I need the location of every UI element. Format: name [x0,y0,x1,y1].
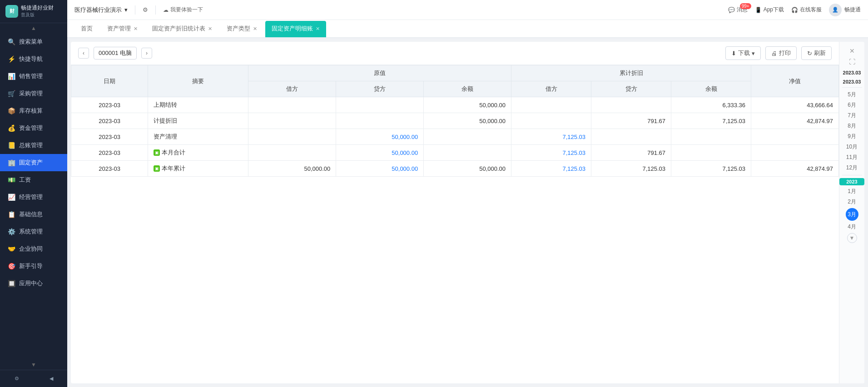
tab-depreciation-close[interactable]: ✕ [208,26,212,32]
cell-date-4: 2023-03 [71,161,148,177]
asset-code: 000001 电脑 [99,50,132,56]
panel-year-top2: 2023.03 [843,79,861,84]
panel-month-6[interactable]: 6月 [839,100,864,110]
sidebar-icon-basic: 📋 [7,211,15,218]
sidebar-item-quicknav[interactable]: ⚡ 快捷导航 [0,50,67,68]
company-name: 医疗器械行业演示 [74,6,122,14]
cell-net-value-4: 42,874.97 [751,161,839,177]
panel-down-btn[interactable]: ▼ [847,233,857,243]
online-service-btn[interactable]: 🎧 在线客服 [791,6,822,14]
panel-month-9[interactable]: 9月 [839,131,864,142]
topbar-divider2 [155,5,156,15]
sidebar-icon-salary: 💵 [7,176,15,184]
sidebar-label-basic: 基础信息 [19,210,43,218]
col-orig-balance: 余额 [424,81,511,97]
sidebar-scroll-up[interactable]: ▲ [0,23,67,33]
gear-icon: ⚙ [143,6,148,13]
cell-summary-2: 资产清理 [148,129,248,145]
messages-btn[interactable]: 💬 消息 99+ [728,6,748,14]
sidebar-icon-guide: 🎯 [7,263,15,270]
sidebar-item-system[interactable]: ⚙️ 系统管理 [0,223,67,240]
cell-dep-debit-4: 7,125.03 [511,161,591,177]
sidebar-item-basic[interactable]: 📋 基础信息 [0,206,67,223]
cell-summary-1: 计提折旧 [148,113,248,129]
tab-asset-detail-close[interactable]: ✕ [316,26,320,32]
panel-month-11[interactable]: 11月 [839,152,864,163]
table-row: 2023-03 ▣本年累计 50,000.00 50,000.00 50,000… [71,161,839,177]
app-download-btn[interactable]: 📱 App下载 [755,6,784,14]
tab-assets-label: 资产管理 [107,25,131,33]
sidebar-item-salary[interactable]: 💵 工资 [0,171,67,189]
service-icon: 🎧 [791,7,798,13]
sidebar-item-enterprise[interactable]: 🤝 企业协同 [0,240,67,258]
col-orig-debit: 借方 [248,81,336,97]
tab-asset-type-close[interactable]: ✕ [253,26,257,32]
tab-home-label: 首页 [81,25,93,33]
panel-divider2 [842,175,862,175]
panel-month-1[interactable]: 1月 [839,186,864,197]
download-btn[interactable]: ⬇ 下载 ▾ [725,46,761,60]
settings-btn[interactable]: ⚙ [143,6,148,13]
tab-assets-close[interactable]: ✕ [134,26,138,32]
collapse-icon[interactable]: ◀ [46,374,57,383]
print-btn[interactable]: 🖨 打印 [765,46,797,60]
data-table: 日期 摘要 原值 累计折旧 净值 借方 贷方 余额 借方 贷方 余额 [71,65,839,383]
col-accum-depr: 累计折旧 [511,65,751,81]
sidebar-item-operation[interactable]: 📈 经营管理 [0,189,67,206]
table-row: 2023-03 计提折旧 50,000.00 791.67 7,125.03 4… [71,113,839,129]
panel-month-10[interactable]: 10月 [839,142,864,152]
asset-code-tag: 000001 电脑 [94,47,137,60]
prev-asset-btn[interactable]: ‹ [78,48,89,59]
user-menu[interactable]: 👤 畅捷通 [829,4,861,16]
username-label: 畅捷通 [844,6,861,14]
tab-assets[interactable]: 资产管理 ✕ [101,21,144,37]
refresh-btn[interactable]: ↻ 刷新 [801,46,832,60]
company-selector[interactable]: 医疗器械行业演示 ▾ [74,6,128,14]
panel-year-2023[interactable]: 2023 [839,178,864,185]
messages-badge: 99+ [740,3,751,9]
sidebar-item-search[interactable]: 🔍 搜索菜单 [0,33,67,50]
refresh-icon: ↻ [807,50,812,57]
sidebar-item-purchase[interactable]: 🛒 采购管理 [0,85,67,102]
panel-month-5[interactable]: 5月 [839,89,864,100]
sidebar-icon-quicknav: ⚡ [7,55,15,63]
sidebar-item-inventory[interactable]: 📦 库存核算 [0,102,67,119]
cell-orig-credit-3: 50,000.00 [336,145,424,161]
sidebar-icon-enterprise: 🤝 [7,245,15,253]
col-orig-credit: 贷方 [336,81,424,97]
panel-close-btn[interactable]: ✕ [848,45,857,56]
cell-net-value-2 [751,129,839,145]
sidebar-scroll-down[interactable]: ▼ [0,360,67,370]
next-asset-btn[interactable]: › [141,48,152,59]
cell-dep-balance-4: 7,125.03 [671,161,751,177]
panel-month-8[interactable]: 8月 [839,121,864,131]
sidebar-item-ledger[interactable]: 📒 总账管理 [0,137,67,154]
sidebar-label-salary: 工资 [19,176,31,184]
panel-month-7[interactable]: 7月 [839,110,864,121]
tab-asset-type[interactable]: 资产类型 ✕ [220,21,263,37]
cell-date-0: 2023-03 [71,97,148,113]
panel-month-12[interactable]: 12月 [839,163,864,173]
cell-dep-debit-2: 7,125.03 [511,129,591,145]
col-orig-value: 原值 [248,65,511,81]
tab-home[interactable]: 首页 [74,21,99,37]
sidebar-item-sales[interactable]: 📊 销售管理 [0,68,67,85]
sidebar-label-operation: 经营管理 [19,193,43,201]
tab-asset-detail[interactable]: 固定资产明细账 ✕ [265,21,326,37]
panel-month-4[interactable]: 4月 [839,222,864,232]
experience-btn[interactable]: ☁ 我要体验一下 [163,6,203,14]
sidebar-item-guide[interactable]: 🎯 新手引导 [0,258,67,275]
sidebar-label-apps: 应用中心 [19,279,43,288]
panel-month-2[interactable]: 2月 [839,197,864,207]
panel-expand-btn[interactable]: ⛶ [847,56,857,67]
panel-month-3-active[interactable]: 3月 [846,208,858,221]
topbar-right: 💬 消息 99+ 📱 App下载 🎧 在线客服 👤 畅捷通 [728,4,861,16]
sidebar-item-fund[interactable]: 💰 资金管理 [0,119,67,137]
settings-icon[interactable]: ⚙ [11,374,23,383]
cell-orig-debit-2 [248,129,336,145]
sidebar-icon-purchase: 🛒 [7,90,15,97]
tab-asset-type-label: 资产类型 [227,25,250,33]
tab-depreciation[interactable]: 固定资产折旧统计表 ✕ [146,21,218,37]
sidebar-item-apps[interactable]: 🔲 应用中心 [0,275,67,292]
sidebar-item-fixed[interactable]: 🏢 固定资产 [0,154,67,171]
